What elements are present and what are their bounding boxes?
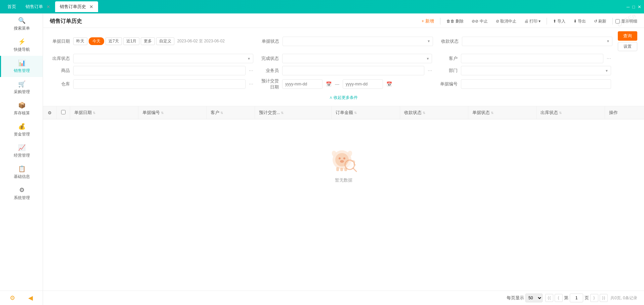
date-more-btn[interactable]: 更多	[141, 37, 155, 45]
tab-home[interactable]: 首页	[3, 1, 21, 12]
query-button[interactable]: 查询	[618, 31, 637, 41]
window-maximize[interactable]: □	[632, 4, 635, 9]
customer-more-icon[interactable]: ···	[607, 55, 611, 62]
goods-input[interactable]	[73, 66, 246, 75]
th-customer[interactable]: 客户 ⇅	[207, 106, 255, 119]
salesperson-more-icon[interactable]: ···	[428, 68, 432, 74]
th-amount[interactable]: 订单金额 ⇅	[332, 106, 400, 119]
warehouse-more-icon[interactable]: ···	[249, 81, 253, 87]
toolbar: + 新增 🗑 🗑 删除 ⊘ ⊘ 中止 ⊘ 取消中止	[418, 17, 637, 26]
date-1month-btn[interactable]: 近1月	[123, 37, 140, 45]
sort-customer[interactable]: 客户 ⇅	[211, 110, 250, 116]
sidebar-settings-icon[interactable]: ⚙	[10, 294, 15, 302]
select-all-checkbox[interactable]	[61, 110, 66, 114]
cancel-stop-button[interactable]: ⊘ 取消中止	[492, 17, 520, 26]
goods-more-icon[interactable]: ···	[249, 68, 253, 74]
window-minimize[interactable]: ─	[627, 4, 630, 9]
sort-payment-status-icon: ⇅	[423, 111, 425, 115]
tab-sales-order[interactable]: 销售订单 ✕	[21, 1, 55, 12]
display-detail-checkbox[interactable]	[615, 19, 620, 24]
order-status-select-wrapper[interactable]: ▼	[283, 37, 433, 46]
page-size-select[interactable]: 10 20 50 100	[525, 294, 543, 302]
sidebar-item-finance[interactable]: 💰 资金管理	[0, 119, 43, 141]
sort-outbound-status[interactable]: 出库状态 ⇅	[541, 110, 600, 116]
sort-amount[interactable]: 订单金额 ⇅	[336, 110, 395, 116]
sidebar-item-sys-mgmt[interactable]: ⚙ 系统管理	[0, 183, 43, 204]
sidebar-item-purchase-label: 采购管理	[14, 89, 30, 95]
payment-status-select[interactable]	[462, 37, 612, 46]
collapse-bar[interactable]: ∧ 收起更多条件	[50, 93, 637, 103]
th-order-status[interactable]: 单据状态 ⇅	[468, 106, 536, 119]
department-select-wrapper[interactable]: ▼	[461, 66, 611, 75]
order-status-select[interactable]	[283, 37, 433, 46]
customer-input[interactable]	[461, 54, 603, 63]
sidebar-item-quick-nav[interactable]: ⚡ 快捷导航	[0, 35, 43, 56]
sort-order-no[interactable]: 单据编号 ⇅	[142, 110, 202, 116]
sort-amount-icon: ⇅	[354, 111, 357, 115]
tab-sales-history-close[interactable]: ✕	[89, 4, 93, 9]
sidebar-item-purchase-mgmt[interactable]: 🛒 采购管理	[0, 77, 43, 98]
outbound-status-select-wrapper[interactable]: ▼	[73, 54, 253, 63]
th-delivery-date[interactable]: 预计交货... ⇅	[255, 106, 331, 119]
salesperson-input[interactable]	[282, 66, 424, 75]
th-order-no[interactable]: 单据编号 ⇅	[138, 106, 206, 119]
tab-sales-history[interactable]: 销售订单历史 ✕	[55, 1, 98, 12]
next-page-button[interactable]: ⟩	[590, 294, 598, 302]
sidebar-item-basic-info[interactable]: 📋 基础信息	[0, 162, 43, 183]
th-settings[interactable]: ⚙	[43, 106, 56, 119]
display-detail-toggle[interactable]: 显示明细	[615, 18, 637, 24]
page-title: 销售订单历史	[50, 18, 418, 25]
inventory-icon: 📦	[18, 102, 26, 109]
complete-status-select[interactable]	[282, 54, 432, 63]
th-date[interactable]: 单据日期 ⇅	[70, 106, 138, 119]
sidebar-item-sales-mgmt[interactable]: 📊 销售管理	[0, 56, 43, 77]
refresh-button[interactable]: ↺ 刷新	[591, 17, 610, 26]
sidebar-item-inventory[interactable]: 📦 库存核算	[0, 98, 43, 119]
basic-info-icon: 📋	[18, 165, 26, 173]
sort-payment-status[interactable]: 收款状态 ⇅	[404, 110, 464, 116]
date-yesterday-btn[interactable]: 昨天	[73, 37, 87, 45]
sort-date[interactable]: 单据日期 ⇅	[74, 110, 134, 116]
warehouse-input[interactable]	[73, 79, 246, 89]
print-button[interactable]: 🖨 打印 ▾	[521, 17, 544, 26]
new-button[interactable]: + 新增	[418, 17, 437, 26]
export-button[interactable]: ⬇ 导出	[570, 17, 589, 26]
last-page-button[interactable]: ⟩⟩	[600, 294, 608, 302]
window-close[interactable]: ✕	[638, 4, 641, 9]
sidebar-item-ops[interactable]: 📈 经营管理	[0, 141, 43, 162]
sidebar-item-search-menu[interactable]: 🔍 搜索菜单	[0, 13, 43, 35]
sort-delivery-date[interactable]: 预计交货... ⇅	[259, 110, 327, 116]
delivery-date-end[interactable]	[343, 79, 383, 89]
delete-button[interactable]: 🗑 🗑 删除	[443, 17, 467, 26]
calendar-start-icon[interactable]: 📅	[326, 81, 332, 87]
delivery-date-start[interactable]	[282, 79, 323, 89]
settings-button[interactable]: 设置	[618, 42, 637, 51]
customer-label: 客户	[437, 55, 461, 62]
date-range-text: 2023-06-02 至 2023-06-02	[177, 38, 224, 44]
prev-page-button[interactable]: ⟨	[555, 294, 563, 302]
th-payment-status[interactable]: 收款状态 ⇅	[400, 106, 468, 119]
complete-status-select-wrapper[interactable]: ▼	[282, 54, 432, 63]
import-button[interactable]: ⬆ 导入	[550, 17, 569, 26]
department-select[interactable]	[461, 66, 611, 75]
delivery-date-label: 预计交货日期	[259, 78, 282, 90]
sidebar-collapse-icon[interactable]: ◀	[28, 294, 33, 302]
date-custom-btn[interactable]: 自定义	[156, 37, 174, 45]
calendar-end-icon[interactable]: 📅	[386, 81, 392, 87]
date-today-btn[interactable]: 今天	[89, 37, 104, 45]
th-outbound-status[interactable]: 出库状态 ⇅	[536, 106, 605, 119]
settings-icon[interactable]: ⚙	[48, 110, 52, 115]
date-7days-btn[interactable]: 近7天	[105, 37, 122, 45]
payment-status-select-wrapper[interactable]: ▼	[462, 37, 612, 46]
first-page-button[interactable]: ⟨⟨	[545, 294, 553, 302]
page-size-selector: 每页显示 10 20 50 100	[507, 294, 543, 302]
svg-point-1	[335, 153, 349, 166]
page-number-input[interactable]	[570, 294, 583, 302]
outbound-status-select[interactable]	[73, 54, 253, 63]
sort-order-status[interactable]: 单据状态 ⇅	[472, 110, 532, 116]
stop-button[interactable]: ⊘ ⊘ 中止	[468, 17, 491, 26]
th-checkbox[interactable]	[56, 106, 70, 119]
tab-sales-order-close[interactable]: ✕	[46, 4, 50, 9]
sidebar-item-finance-label: 资金管理	[14, 131, 30, 137]
order-no-input[interactable]	[461, 79, 611, 89]
